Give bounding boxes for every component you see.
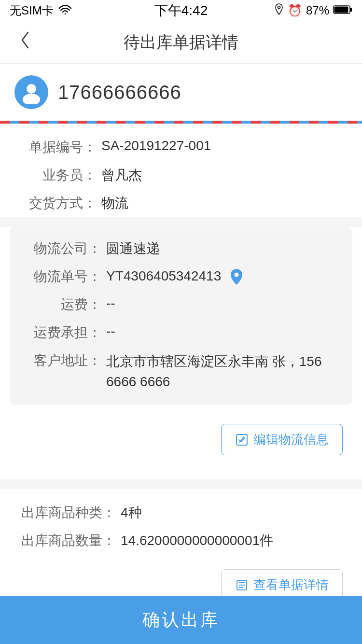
freight-bearer-label: 运费承担： [24, 323, 101, 342]
goods-type-row: 出库商品种类： 4种 [19, 504, 343, 522]
edit-logistics-label: 编辑物流信息 [253, 431, 329, 448]
goods-quantity-label: 出库商品数量： [19, 532, 116, 550]
goods-quantity-row: 出库商品数量： 14.6200000000000001件 [19, 532, 343, 550]
page-title: 待出库单据详情 [124, 31, 238, 54]
back-button[interactable] [14, 26, 36, 59]
delivery-method-value: 物流 [101, 194, 343, 212]
svg-rect-4 [334, 7, 348, 13]
sales-person-label: 业务员： [19, 166, 97, 184]
wifi-icon [58, 4, 72, 17]
status-bar: 无SIM卡 下午4:42 ⏰ 87% [0, 0, 362, 21]
freight-value: -- [106, 295, 338, 311]
status-right: ⏰ 87% [274, 3, 352, 18]
logistics-company-row: 物流公司： 圆通速递 [24, 239, 338, 258]
logistics-tracking-label: 物流单号： [24, 267, 101, 286]
battery-icon [333, 4, 352, 17]
delivery-method-row: 交货方式： 物流 [19, 194, 343, 212]
svg-rect-3 [350, 8, 352, 12]
nav-bar: 待出库单据详情 [0, 21, 362, 64]
tracking-location-button[interactable] [228, 267, 245, 285]
avatar [14, 75, 48, 109]
status-time: 下午4:42 [154, 1, 208, 20]
section-divider-1 [0, 479, 362, 489]
svg-point-6 [23, 94, 40, 104]
logistics-company-label: 物流公司： [24, 239, 101, 258]
location-status-icon [274, 3, 284, 18]
edit-logistics-container: 编辑物流信息 [0, 414, 362, 465]
address-label: 客户地址： [24, 351, 101, 370]
svg-point-0 [64, 14, 66, 14]
customer-phone: 17666666666 [58, 82, 181, 103]
confirm-button-label: 确认出库 [142, 608, 220, 632]
svg-point-7 [235, 273, 239, 277]
logistics-tracking-value: YT4306405342413 [106, 268, 221, 284]
freight-row: 运费： -- [24, 295, 338, 314]
status-left: 无SIM卡 [10, 3, 72, 18]
logistics-tracking-container: YT4306405342413 [106, 267, 338, 285]
sales-person-row: 业务员： 曾凡杰 [19, 166, 343, 184]
document-number-row: 单据编号： SA-20191227-001 [19, 138, 343, 156]
sales-person-value: 曾凡杰 [101, 166, 343, 184]
address-row: 客户地址： 北京市市辖区海淀区永丰南 张，156 6666 6666 [24, 351, 338, 392]
customer-card: 17666666666 [0, 64, 362, 121]
freight-bearer-value: -- [106, 323, 338, 339]
logistics-card: 物流公司： 圆通速递 物流单号： YT4306405342413 运费： -- … [10, 227, 352, 405]
order-info-section: 单据编号： SA-20191227-001 业务员： 曾凡杰 交货方式： 物流 [0, 124, 362, 217]
logistics-wrapper: 物流公司： 圆通速递 物流单号： YT4306405342413 运费： -- … [0, 227, 362, 479]
freight-label: 运费： [24, 295, 101, 314]
document-number-label: 单据编号： [19, 138, 97, 156]
view-details-label: 查看单据详情 [253, 576, 329, 593]
svg-point-1 [278, 6, 280, 9]
goods-type-value: 4种 [121, 504, 343, 522]
battery-label: 87% [306, 4, 329, 17]
goods-type-label: 出库商品种类： [19, 504, 116, 522]
freight-bearer-row: 运费承担： -- [24, 323, 338, 342]
address-value: 北京市市辖区海淀区永丰南 张，156 6666 6666 [106, 351, 338, 392]
svg-point-5 [27, 84, 36, 94]
carrier-label: 无SIM卡 [10, 3, 54, 18]
logistics-company-value: 圆通速递 [106, 239, 338, 258]
document-number-value: SA-20191227-001 [101, 138, 343, 154]
confirm-bar[interactable]: 确认出库 [0, 596, 362, 644]
delivery-method-label: 交货方式： [19, 194, 97, 212]
edit-logistics-button[interactable]: 编辑物流信息 [221, 424, 343, 455]
logistics-tracking-row: 物流单号： YT4306405342413 [24, 267, 338, 286]
alarm-icon: ⏰ [288, 4, 302, 17]
goods-quantity-value: 14.6200000000000001件 [121, 532, 343, 550]
